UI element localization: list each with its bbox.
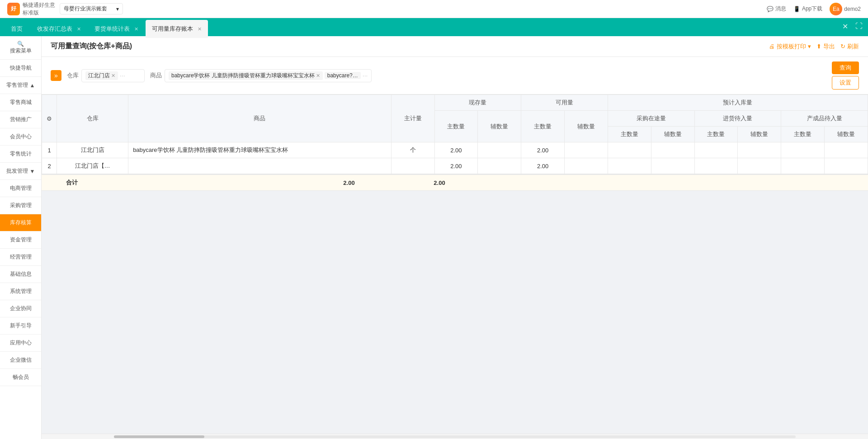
cell-product: babycare学饮杯 儿童防摔防撞吸管杯重力球吸嘴杯宝宝水杯 bbox=[128, 142, 392, 158]
sidebar-item-vip[interactable]: 畅会员 bbox=[0, 369, 41, 386]
logo-icon: 好 bbox=[7, 3, 20, 15]
cell-avail-aux bbox=[565, 158, 608, 174]
tab-order-stats-close[interactable]: ✕ bbox=[134, 26, 138, 32]
warehouse-filter: 仓库 江北门店 ✕ ··· bbox=[67, 69, 145, 82]
table-row: 2 江北门店【… 2.00 2.00 bbox=[42, 158, 868, 174]
filter-actions-stack: 查询 设置 bbox=[832, 61, 859, 90]
filter-actions: 查询 设置 bbox=[832, 61, 859, 90]
cell-production-aux bbox=[824, 158, 868, 174]
th-avail-main: 主数量 bbox=[521, 111, 565, 142]
cell-production-main bbox=[781, 142, 825, 158]
username: demo2 bbox=[844, 6, 861, 12]
product-input[interactable]: babycare学饮杯 儿童防摔防撞吸管杯重力球吸嘴杯宝宝水杯 ✕ babyca… bbox=[165, 69, 372, 82]
close-window-icon[interactable]: ✕ bbox=[840, 20, 850, 33]
cell-stock-aux bbox=[478, 158, 521, 174]
chevron-print-icon: ▾ bbox=[808, 43, 811, 50]
cell-purchase-aux bbox=[651, 158, 694, 174]
cell-production-main bbox=[781, 158, 825, 174]
product-more-icon[interactable]: ··· bbox=[363, 72, 368, 79]
sidebar-item-ecommerce[interactable]: 电商管理 bbox=[0, 180, 41, 197]
th-purchase-main: 主数量 bbox=[608, 127, 651, 142]
warehouse-tag-close[interactable]: ✕ bbox=[111, 73, 115, 79]
th-stock-main: 主数量 bbox=[434, 111, 478, 142]
cell-stock-main: 2.00 bbox=[434, 142, 478, 158]
sidebar-item-enterprise[interactable]: 企业协同 bbox=[0, 300, 41, 317]
tab-order-stats[interactable]: 要货单统计表 ✕ bbox=[88, 20, 145, 38]
app-download-button[interactable]: 📱 App下载 bbox=[793, 5, 822, 13]
tab-available-stock-close[interactable]: ✕ bbox=[198, 26, 202, 32]
warehouse-label: 仓库 bbox=[67, 71, 79, 80]
tab-receipt-summary-close[interactable]: ✕ bbox=[77, 26, 81, 32]
cell-row-num: 2 bbox=[42, 158, 57, 174]
sidebar-enterprise-label: 企业协同 bbox=[10, 305, 32, 312]
footer-stock-main: 2.00 bbox=[326, 179, 372, 186]
template-print-button[interactable]: 🖨 按模板打印 ▾ bbox=[769, 42, 811, 51]
sidebar-item-purchase[interactable]: 采购管理 bbox=[0, 197, 41, 214]
sidebar-basics-label: 基础信息 bbox=[10, 271, 32, 277]
th-purchase-group: 采购在途量 bbox=[608, 111, 694, 127]
warehouse-input[interactable]: 江北门店 ✕ ··· bbox=[81, 69, 145, 82]
col-settings-header[interactable]: ⚙ bbox=[42, 95, 57, 142]
nav-tabs: 首页 收发存汇总表 ✕ 要货单统计表 ✕ 可用量库存账本 ✕ ✕ ⛶ bbox=[0, 18, 868, 36]
scroll-bar-area bbox=[42, 434, 868, 439]
cell-purchase-main bbox=[608, 158, 651, 174]
product-label: 商品 bbox=[150, 71, 162, 80]
sidebar-wechat-label: 企业微信 bbox=[10, 357, 32, 363]
th-product: 商品 bbox=[128, 95, 392, 142]
sidebar-item-member[interactable]: 会员中心 bbox=[0, 128, 41, 146]
cell-product bbox=[128, 158, 392, 174]
top-bar-right: 💬 消息 📱 App下载 Ea demo2 bbox=[767, 3, 861, 15]
sidebar-item-apps[interactable]: 应用中心 bbox=[0, 335, 41, 352]
cell-stock-aux bbox=[478, 142, 521, 158]
sidebar-item-nav[interactable]: 快捷导航 bbox=[0, 60, 41, 77]
sidebar-item-operations[interactable]: 经营管理 bbox=[0, 249, 41, 266]
export-button[interactable]: ⬆ 导出 bbox=[816, 42, 835, 51]
sidebar-operations-label: 经营管理 bbox=[10, 254, 32, 260]
maximize-icon[interactable]: ⛶ bbox=[854, 20, 864, 32]
refresh-button[interactable]: ↻ 刷新 bbox=[840, 42, 859, 51]
tab-available-stock[interactable]: 可用量库存账本 ✕ bbox=[146, 20, 208, 38]
settings-button[interactable]: 设置 bbox=[832, 76, 859, 90]
top-bar-left: 好 畅捷通好生意标准版 母婴行业演示账套 ▾ bbox=[7, 1, 123, 17]
filter-expand-button[interactable]: » bbox=[51, 70, 61, 81]
sidebar-item-guide[interactable]: 新手引导 bbox=[0, 317, 41, 335]
query-button[interactable]: 查询 bbox=[832, 61, 859, 74]
search-icon: 🔍 bbox=[17, 41, 24, 47]
sidebar-purchase-label: 采购管理 bbox=[10, 202, 32, 208]
user-profile[interactable]: Ea demo2 bbox=[830, 3, 861, 15]
sidebar-item-retail-stats[interactable]: 零售统计 bbox=[0, 146, 41, 163]
footer-avail-main: 2.00 bbox=[417, 179, 462, 186]
store-selector[interactable]: 母婴行业演示账套 ▾ bbox=[60, 3, 123, 14]
sidebar-item-marketing[interactable]: 营销推广 bbox=[0, 111, 41, 128]
main-layout: 🔍 搜索菜单 快捷导航 零售管理 ▲ 零售商城 营销推广 会员中心 零售统计 批… bbox=[0, 36, 868, 439]
warehouse-more-icon[interactable]: ··· bbox=[120, 72, 125, 79]
sidebar-item-wholesale[interactable]: 批发管理 ▼ bbox=[0, 163, 41, 180]
tab-receipt-summary[interactable]: 收发存汇总表 ✕ bbox=[31, 20, 87, 38]
header-actions: 🖨 按模板打印 ▾ ⬆ 导出 ↻ 刷新 bbox=[769, 42, 859, 51]
sidebar-item-basics[interactable]: 基础信息 bbox=[0, 266, 41, 283]
sidebar-item-wechat[interactable]: 企业微信 bbox=[0, 352, 41, 369]
th-incoming-aux: 辅数量 bbox=[738, 127, 781, 142]
print-icon: 🖨 bbox=[769, 43, 775, 50]
tab-receipt-summary-label: 收发存汇总表 bbox=[37, 25, 72, 33]
chevron-down-icon: ▾ bbox=[116, 6, 119, 12]
message-button[interactable]: 💬 消息 bbox=[767, 5, 786, 13]
sidebar-system-label: 系统管理 bbox=[10, 288, 32, 294]
sidebar-item-retail-mall[interactable]: 零售商城 bbox=[0, 94, 41, 111]
sidebar-finance-label: 资金管理 bbox=[10, 236, 32, 243]
sidebar-item-system[interactable]: 系统管理 bbox=[0, 283, 41, 300]
sidebar-item-search[interactable]: 🔍 搜索菜单 bbox=[0, 36, 41, 60]
th-forecast-group: 预计入库量 bbox=[608, 95, 868, 111]
sidebar-marketing-label: 营销推广 bbox=[10, 116, 32, 123]
sidebar-item-finance[interactable]: 资金管理 bbox=[0, 231, 41, 249]
product-tag-1-close[interactable]: ✕ bbox=[316, 73, 320, 79]
horizontal-scrollbar[interactable] bbox=[114, 435, 796, 438]
tab-home[interactable]: 首页 bbox=[4, 20, 30, 38]
refresh-icon: ↻ bbox=[840, 43, 845, 50]
avatar: Ea bbox=[830, 3, 842, 15]
sidebar-item-retail-management[interactable]: 零售管理 ▲ bbox=[0, 77, 41, 94]
th-incoming-main: 主数量 bbox=[694, 127, 738, 142]
sidebar-item-inventory[interactable]: 库存核算 bbox=[0, 214, 41, 231]
tab-order-stats-label: 要货单统计表 bbox=[94, 25, 130, 33]
message-icon: 💬 bbox=[767, 6, 774, 12]
